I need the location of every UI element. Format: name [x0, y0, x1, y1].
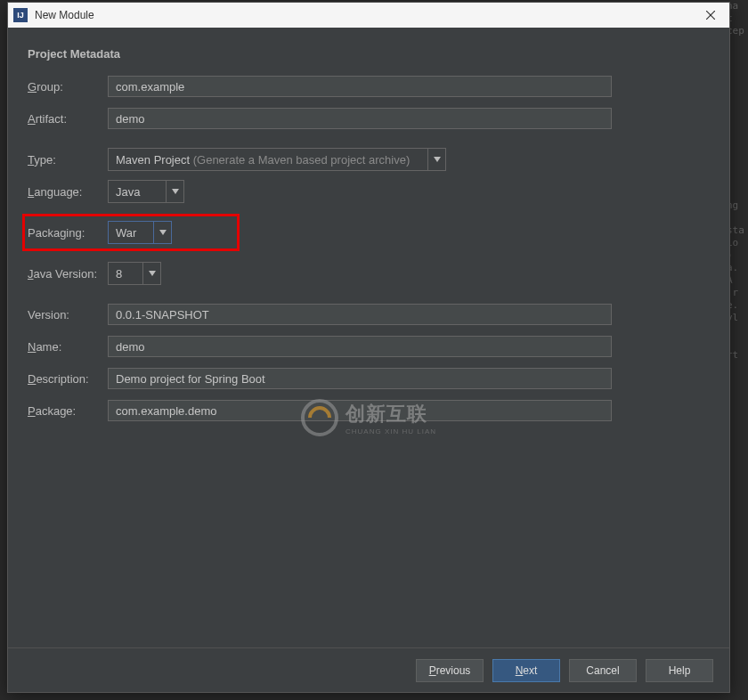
version-input[interactable] — [108, 304, 612, 325]
row-artifact: Artifact: — [28, 107, 710, 130]
row-name: Name: — [28, 335, 710, 358]
label-java-version: Java Version: — [28, 267, 108, 281]
dialog-window: IJ New Module Project Metadata Group: Ar… — [7, 2, 730, 693]
next-button[interactable]: Next — [492, 659, 560, 682]
package-input[interactable] — [108, 400, 612, 421]
group-input[interactable] — [108, 76, 612, 97]
chevron-down-icon — [142, 263, 160, 284]
app-icon: IJ — [13, 8, 28, 22]
close-icon — [706, 11, 715, 20]
svg-marker-2 — [434, 157, 441, 162]
label-type: Type: — [28, 153, 108, 167]
label-description: Description: — [28, 372, 108, 386]
row-version: Version: — [28, 303, 710, 326]
artifact-input[interactable] — [108, 108, 612, 129]
label-name: Name: — [28, 340, 108, 354]
label-artifact: Artifact: — [28, 112, 108, 126]
row-description: Description: — [28, 367, 710, 390]
window-title: New Module — [35, 9, 697, 21]
row-type: Type: Maven Project (Generate a Maven ba… — [28, 148, 710, 171]
row-java-version: Java Version: 8 — [28, 262, 710, 285]
watermark-sub: CHUANG XIN HU LIAN — [346, 427, 436, 435]
row-language: Language: Java — [28, 180, 710, 203]
svg-marker-4 — [159, 230, 167, 235]
label-group: Group: — [28, 80, 108, 94]
language-combo[interactable]: Java — [108, 180, 184, 203]
previous-button[interactable]: Previous — [416, 659, 484, 682]
chevron-down-icon — [427, 149, 445, 170]
dialog-content: Project Metadata Group: Artifact: Type: … — [8, 28, 729, 647]
close-button[interactable] — [697, 5, 724, 25]
help-button[interactable]: Help — [646, 659, 713, 682]
chevron-down-icon — [166, 181, 183, 202]
packaging-combo[interactable]: War — [108, 221, 172, 244]
svg-marker-5 — [149, 271, 156, 276]
java-version-combo[interactable]: 8 — [108, 262, 161, 285]
titlebar: IJ New Module — [8, 3, 729, 28]
label-package: Package: — [28, 404, 108, 418]
section-title: Project Metadata — [28, 47, 710, 61]
svg-marker-3 — [172, 189, 179, 194]
description-input[interactable] — [108, 368, 612, 389]
row-packaging: Packaging: War — [28, 221, 710, 244]
dialog-footer: Previous Next Cancel Help — [8, 647, 729, 692]
label-language: Language: — [28, 185, 108, 199]
label-version: Version: — [28, 308, 108, 322]
row-group: Group: — [28, 75, 710, 98]
name-input[interactable] — [108, 336, 612, 357]
type-combo[interactable]: Maven Project (Generate a Maven based pr… — [108, 148, 446, 171]
label-packaging: Packaging: — [28, 226, 108, 240]
cancel-button[interactable]: Cancel — [569, 659, 637, 682]
chevron-down-icon — [153, 222, 171, 243]
row-package: Package: — [28, 399, 710, 422]
